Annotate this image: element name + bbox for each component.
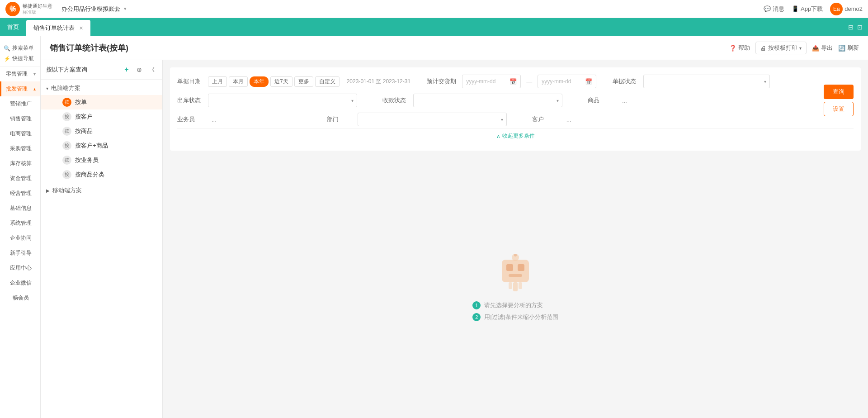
sidebar-item-wholesale[interactable]: 批发管理 ▴ — [0, 81, 40, 96]
tree-node-by-salesperson[interactable]: 按 按业务员 — [41, 153, 162, 167]
member-label: 畅会员 — [13, 294, 29, 302]
main-layout: 🔍 搜索菜单 ⚡ 快捷导航 零售管理 ▾ 批发管理 ▴ 营销推广 销售管理 电商… — [0, 36, 868, 418]
sub-layout: 按以下方案查询 + ⊕ 《 ▾ 电脑端方案 按 按单 — [41, 60, 868, 418]
sidebar-item-apps[interactable]: 应用中心 — [0, 261, 40, 276]
user-menu[interactable]: Ea demo2 — [830, 3, 863, 15]
refresh-icon: 🔄 — [838, 45, 845, 52]
logo-area: 畅 畅捷通好生意 标准版 — [5, 2, 52, 16]
svg-rect-0 — [502, 260, 529, 282]
tree-section-header-desktop[interactable]: ▾ 电脑端方案 — [41, 81, 162, 95]
left-panel-header: 按以下方案查询 + ⊕ 《 — [41, 60, 162, 80]
logo-text: 畅捷通好生意 标准版 — [23, 3, 52, 15]
app-title: 办公用品行业模拟账套 — [61, 5, 120, 13]
doc-status-select[interactable] — [643, 75, 770, 88]
prev-month-btn[interactable]: 上月 — [208, 76, 227, 87]
sidebar-item-sales[interactable]: 销售管理 — [0, 111, 40, 126]
filter-salesperson: 业务员 ... — [177, 115, 220, 124]
expected-date-from[interactable]: yyyy-mm-dd 📅 — [462, 75, 521, 88]
last-7-days-btn[interactable]: 近7天 — [270, 76, 292, 87]
tab-sales-order-stats[interactable]: 销售订单统计表 ✕ — [26, 20, 90, 36]
sidebar-item-basic[interactable]: 基础信息 — [0, 201, 40, 216]
tip-num-1: 1 — [472, 301, 481, 309]
sidebar-item-enterprise[interactable]: 企业协同 — [0, 231, 40, 246]
win-controls: ⊟ ⊡ — [848, 24, 868, 31]
sidebar-item-finance[interactable]: 资金管理 — [0, 171, 40, 186]
quick-nav-btn[interactable]: ⚡ 快捷导航 — [0, 54, 40, 66]
tree-node-by-goods[interactable]: 按 按商品 — [41, 124, 162, 138]
collapse-panel-btn[interactable]: 《 — [147, 65, 157, 75]
salesperson-ellipsis-btn[interactable]: ... — [208, 115, 220, 124]
tree-section-header-mobile[interactable]: ▶ 移动端方案 — [41, 184, 162, 197]
search-menu-btn[interactable]: 🔍 搜索菜单 — [0, 42, 40, 54]
filter-row-1: 单据日期 上月 本月 本年 近7天 更多 自定义 — [177, 75, 816, 88]
message-btn[interactable]: 💬 消息 — [764, 5, 784, 13]
goods-ellipsis-btn[interactable]: ... — [618, 96, 631, 105]
svg-point-8 — [514, 254, 517, 256]
tab-home[interactable]: 首页 — [0, 18, 26, 36]
tree-node-by-goods-category[interactable]: 按 按商品分类 — [41, 167, 162, 182]
empty-tips: 1 请先选择要分析的方案 2 用[过滤]条件来缩小分析范围 — [472, 301, 558, 321]
expand-scheme-btn[interactable]: ⊕ — [134, 65, 144, 75]
page-header: 销售订单统计表(按单) ❓ 帮助 🖨 按模板打印 ▾ 📤 导出 🔄 刷新 — [41, 36, 868, 60]
topbar: 畅 畅捷通好生意 标准版 办公用品行业模拟账套 ▾ 💬 消息 📱 App下载 E… — [0, 0, 868, 18]
filter-collection-status: 收款状态 ▾ — [382, 94, 562, 107]
add-scheme-btn[interactable]: + — [122, 65, 132, 75]
help-btn[interactable]: ❓ 帮助 — [729, 44, 750, 52]
wechat-label: 企业微信 — [10, 279, 32, 287]
newbie-label: 新手引导 — [10, 249, 32, 257]
tree-node-by-order[interactable]: 按 按单 — [41, 95, 162, 109]
sidebar-item-member[interactable]: 畅会员 — [0, 290, 40, 305]
app-title-dropdown[interactable]: ▾ — [124, 6, 127, 12]
more-date-btn[interactable]: 更多 — [294, 76, 313, 87]
ship-status-select[interactable] — [208, 94, 357, 107]
sidebar-item-system[interactable]: 系统管理 — [0, 216, 40, 231]
ship-status-select-wrap: ▾ — [208, 94, 357, 107]
collapse-bar[interactable]: ∧ 收起更多条件 — [177, 128, 854, 143]
search-icon: 🔍 — [4, 45, 10, 52]
department-select[interactable] — [358, 113, 507, 126]
node-icon-by-order: 按 — [62, 98, 71, 107]
date-range-text: 2023-01-01 至 2023-12-31 — [347, 78, 410, 86]
tree-node-by-customer-goods[interactable]: 按 按客户+商品 — [41, 138, 162, 153]
empty-state: 1 请先选择要分析的方案 2 用[过滤]条件来缩小分析范围 — [170, 156, 861, 411]
sidebar-item-marketing[interactable]: 营销推广 — [0, 96, 40, 111]
sidebar-item-retail[interactable]: 零售管理 ▾ — [0, 66, 40, 81]
page-header-actions: ❓ 帮助 🖨 按模板打印 ▾ 📤 导出 🔄 刷新 — [729, 42, 859, 60]
refresh-btn[interactable]: 🔄 刷新 — [838, 44, 859, 52]
sidebar-item-purchase[interactable]: 采购管理 — [0, 141, 40, 156]
tree-node-by-customer[interactable]: 按 按客户 — [41, 109, 162, 124]
filter-section: 单据日期 上月 本月 本年 近7天 更多 自定义 — [170, 67, 861, 151]
this-year-btn[interactable]: 本年 — [250, 76, 269, 87]
app-download-btn[interactable]: 📱 App下载 — [792, 5, 823, 13]
expected-date-to[interactable]: yyyy-mm-dd 📅 — [538, 75, 596, 88]
settings-btn[interactable]: 设置 — [824, 102, 854, 116]
salesperson-label: 业务员 — [177, 115, 204, 124]
logo-letter: 畅 — [9, 5, 16, 13]
custom-date-btn[interactable]: 自定义 — [315, 76, 340, 87]
tip-num-2: 2 — [472, 313, 481, 321]
sidebar-item-wechat[interactable]: 企业微信 — [0, 276, 40, 290]
node-icon-by-customer: 按 — [62, 112, 71, 121]
mobile-expand-icon: ▶ — [46, 188, 50, 193]
page-title: 销售订单统计表(按单) — [50, 43, 128, 59]
collection-status-select[interactable] — [413, 94, 562, 107]
logo-subtitle: 标准版 — [23, 9, 52, 15]
query-btn[interactable]: 查询 — [824, 85, 854, 99]
sidebar-item-ecommerce[interactable]: 电商管理 — [0, 126, 40, 141]
svg-rect-6 — [519, 282, 522, 289]
template-print-btn[interactable]: 🖨 按模板打印 ▾ — [755, 42, 807, 54]
avatar: Ea — [830, 3, 843, 15]
sidebar-item-inventory[interactable]: 库存核算 — [0, 156, 40, 171]
customer-ellipsis-btn[interactable]: ... — [563, 115, 575, 124]
sidebar-item-operation[interactable]: 经营管理 — [0, 186, 40, 201]
tab-close-icon[interactable]: ✕ — [79, 25, 83, 31]
sales-label: 销售管理 — [10, 115, 32, 123]
print-icon: 🖨 — [760, 45, 766, 52]
export-btn[interactable]: 📤 导出 — [812, 44, 833, 52]
win-minimize-icon[interactable]: ⊟ — [848, 24, 854, 31]
this-month-btn[interactable]: 本月 — [229, 76, 248, 87]
help-icon: ❓ — [729, 45, 736, 52]
export-icon: 📤 — [812, 45, 819, 52]
win-expand-icon[interactable]: ⊡ — [857, 24, 863, 31]
sidebar-item-newbie[interactable]: 新手引导 — [0, 246, 40, 261]
